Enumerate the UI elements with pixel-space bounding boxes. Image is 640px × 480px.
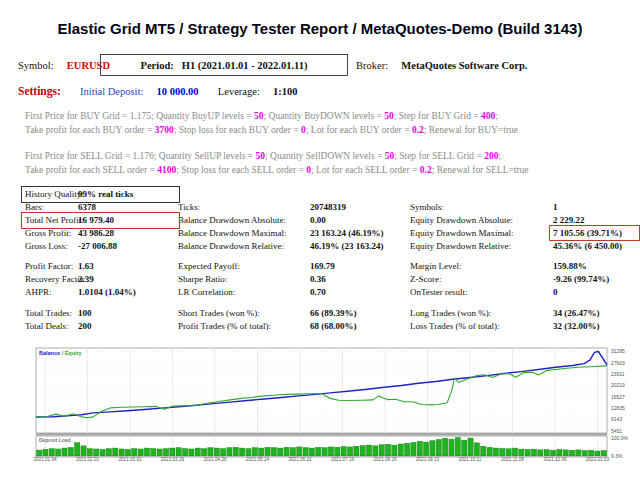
stats-label: Recovery Factor: xyxy=(25,274,77,284)
stats-label: Equity Drawdown Maximal: xyxy=(410,228,550,238)
deposit-load-bar xyxy=(493,448,498,456)
deposit-load-bar xyxy=(443,438,448,456)
x-axis-date-label: 2021.08.16 xyxy=(374,457,397,462)
stats-label: Symbols: xyxy=(410,202,550,212)
initial-deposit-value: 10 000.00 xyxy=(157,86,199,97)
y-axis-label: 9143 xyxy=(611,416,622,422)
stats-value: 2 229.22 xyxy=(553,215,639,225)
stats-value: 16 979.40 xyxy=(78,215,176,225)
stats-value: 23 163.24 (46.19%) xyxy=(310,228,408,238)
deposit-load-bar xyxy=(449,439,454,456)
deposit-load-bar xyxy=(588,450,593,456)
deposit-load-bar xyxy=(347,447,352,456)
report-title: Elastic Grid MT5 / Strategy Tester Repor… xyxy=(0,20,640,37)
deposit-load-bar xyxy=(119,449,124,456)
stats-label: Total Trades: xyxy=(25,308,77,318)
deposit-load-bar xyxy=(290,448,295,456)
stats-label: Balance Drawdown Absolute: xyxy=(178,215,308,225)
stats-value: 1.63 xyxy=(78,261,176,271)
deposit-load-bar xyxy=(189,449,194,456)
deposit-load-bar xyxy=(265,447,270,456)
deposit-load-bar xyxy=(303,448,308,456)
deposit-load-bar xyxy=(278,448,283,456)
main-chart-panel xyxy=(36,348,607,433)
stats-value: 200 xyxy=(78,321,176,331)
deposit-load-bar xyxy=(436,440,441,456)
deposit-load-bar xyxy=(227,448,232,456)
stats-label: OnTester result: xyxy=(410,287,550,297)
period-label: Period: xyxy=(141,60,174,71)
deposit-load-bar xyxy=(113,448,118,456)
deposit-load-bar xyxy=(297,447,302,456)
deposit-load-bar xyxy=(56,449,61,456)
deposit-load-bar xyxy=(341,447,346,456)
stats-value: 0.00 xyxy=(310,215,408,225)
stats-value: 66 (89.39%) xyxy=(310,308,408,318)
y-axis-label: 20219 xyxy=(611,382,625,388)
deposit-load-bar xyxy=(328,447,333,456)
deposit-load-bar xyxy=(519,449,524,456)
deposit-load-bar xyxy=(151,449,156,456)
deposit-load-bar xyxy=(43,449,48,456)
deposit-load-bar xyxy=(500,448,505,456)
deposit-load-bar xyxy=(506,449,511,456)
stats-label: Gross Loss: xyxy=(25,241,77,251)
stats-value: 2.39 xyxy=(78,274,176,284)
x-axis-date-label: 2021.04.26 xyxy=(204,457,227,462)
y-axis-label: 27603 xyxy=(611,360,625,366)
x-axis-date-label: 2021.03.29 xyxy=(161,457,184,462)
stats-label: Profit Factor: xyxy=(25,261,77,271)
x-axis-date-label: 2021.07.19 xyxy=(331,457,354,462)
deposit-load-bar xyxy=(385,444,390,456)
stats-label: Balance Drawdown Maximal: xyxy=(178,228,308,238)
deposit-load-bar xyxy=(487,447,492,456)
deposit-load-bar xyxy=(240,448,245,456)
deposit-load-bar xyxy=(182,449,187,456)
stats-value: 0.70 xyxy=(310,287,408,297)
initial-deposit-label: Initial Deposit: xyxy=(80,86,143,97)
symbol-label: Symbol: xyxy=(18,60,54,71)
stats-label: Sharpe Ratio: xyxy=(178,274,308,284)
deposit-load-bar xyxy=(201,449,206,456)
stats-value: 32 (32.00%) xyxy=(553,321,639,331)
stats-value: 1.0104 (1.04%) xyxy=(78,287,176,297)
stats-value: 0 xyxy=(553,287,639,297)
deposit-load-min-label: 9.3% xyxy=(611,453,623,459)
deposit-load-bar xyxy=(132,449,137,456)
deposit-load-bar xyxy=(404,443,409,456)
stats-label: Z-Score: xyxy=(410,274,550,284)
stats-label: Short Trades (won %): xyxy=(178,308,308,318)
deposit-load-bar xyxy=(259,448,264,456)
deposit-load-bar xyxy=(138,449,143,456)
y-axis-label: 23911 xyxy=(611,371,625,377)
stats-label: Balance Drawdown Relative: xyxy=(178,241,308,251)
deposit-load-bar xyxy=(373,446,378,456)
deposit-load-bar xyxy=(284,447,289,456)
stats-label: Expected Payoff: xyxy=(178,261,308,271)
deposit-load-bar xyxy=(576,450,581,456)
period-box: Period: H1 (2021.01.01 - 2022.01.11) xyxy=(100,54,348,76)
deposit-load-bar xyxy=(322,448,327,456)
deposit-load-bar xyxy=(37,450,42,456)
deposit-load-bar xyxy=(144,448,149,456)
x-axis-date-label: 2021.01.04 xyxy=(34,457,57,462)
deposit-load-max-label: 100.0% xyxy=(611,435,629,441)
symbol-row: Symbol: EURUSD xyxy=(18,60,110,71)
stats-value: 0.36 xyxy=(310,274,408,284)
deposit-load-bar xyxy=(595,451,600,456)
deposit-load-bar xyxy=(246,449,251,456)
deposit-load-bar xyxy=(601,451,606,456)
deposit-load-bar xyxy=(557,450,562,456)
stats-value: 169.79 xyxy=(310,261,408,271)
deposit-load-bar xyxy=(195,448,200,456)
deposit-load-bar xyxy=(525,450,530,456)
deposit-load-bar xyxy=(462,440,467,456)
deposit-load-bar xyxy=(176,448,181,456)
deposit-load-bar xyxy=(252,448,257,456)
deposit-load-bar xyxy=(163,449,168,456)
leverage-label: Leverage: xyxy=(218,86,260,97)
y-axis-label: 31295 xyxy=(611,348,625,354)
x-axis-date-label: 2021.12.06 xyxy=(544,457,567,462)
x-axis-date-label: 2021.09.13 xyxy=(416,457,439,462)
deposit-load-bar xyxy=(481,446,486,456)
